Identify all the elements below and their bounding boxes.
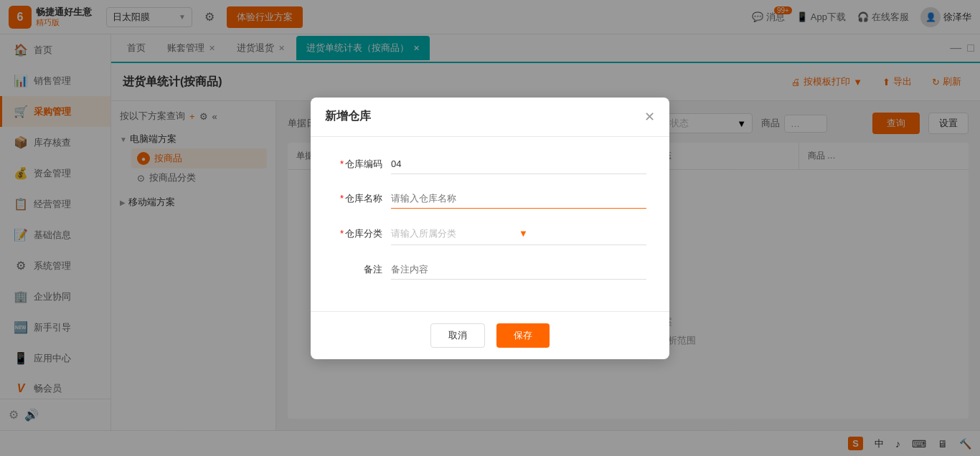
warehouse-name-input[interactable] <box>391 189 646 209</box>
modal-close-button[interactable]: ✕ <box>644 109 655 125</box>
warehouse-code-label: *仓库编码 <box>334 158 391 171</box>
modal-footer: 取消 保存 <box>311 311 669 359</box>
form-row-warehouse-category: *仓库分类 请输入所属分类 ▼ <box>334 223 646 245</box>
modal-body: *仓库编码 *仓库名称 *仓库分类 请输入所属分类 ▼ <box>311 137 669 311</box>
remark-input[interactable] <box>391 260 646 280</box>
form-row-warehouse-name: *仓库名称 <box>334 189 646 209</box>
required-mark-category: * <box>340 228 344 239</box>
category-dropdown-arrow: ▼ <box>519 228 646 239</box>
form-row-remark: 备注 <box>334 260 646 280</box>
warehouse-category-placeholder: 请输入所属分类 <box>391 227 519 240</box>
required-mark-name: * <box>340 193 344 204</box>
remark-label: 备注 <box>334 263 391 276</box>
required-mark-code: * <box>340 158 344 169</box>
warehouse-name-label: *仓库名称 <box>334 192 391 205</box>
warehouse-category-label: *仓库分类 <box>334 227 391 240</box>
form-row-warehouse-code: *仓库编码 <box>334 154 646 174</box>
add-warehouse-modal: 新增仓库 ✕ *仓库编码 *仓库名称 *仓库分类 <box>311 98 669 359</box>
warehouse-code-input[interactable] <box>391 154 646 174</box>
cancel-button[interactable]: 取消 <box>430 323 485 348</box>
modal-title: 新增仓库 <box>325 109 644 124</box>
warehouse-category-select[interactable]: 请输入所属分类 ▼ <box>391 223 646 245</box>
modal-overlay: 新增仓库 ✕ *仓库编码 *仓库名称 *仓库分类 <box>0 0 980 456</box>
save-button[interactable]: 保存 <box>496 323 550 348</box>
modal-header: 新增仓库 ✕ <box>311 98 669 137</box>
